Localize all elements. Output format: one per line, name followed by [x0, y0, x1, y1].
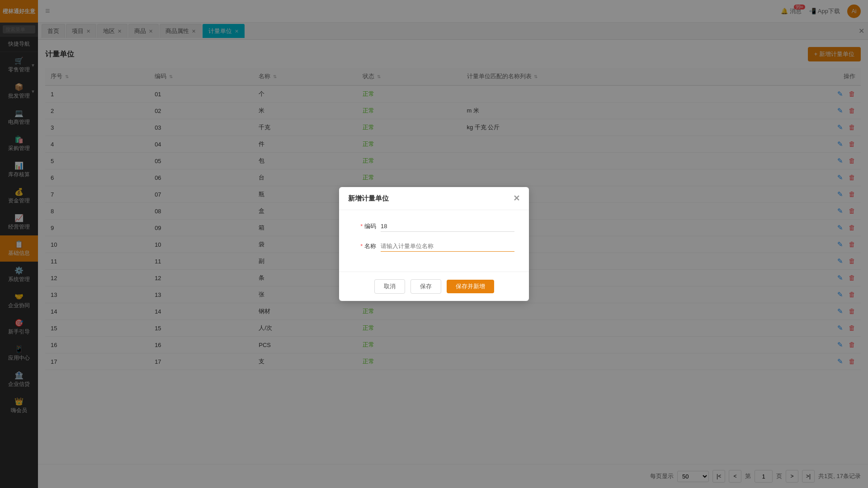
modal-body: * 编码 * 名称 [339, 210, 529, 272]
modal-footer: 取消 保存 保存并新增 [339, 272, 529, 301]
modal-header: 新增计量单位 ✕ [339, 187, 529, 210]
code-label: * 编码 [354, 222, 376, 230]
name-label: * 名称 [354, 242, 376, 250]
form-row-code: * 编码 [354, 221, 514, 232]
name-label-text: 名称 [364, 243, 376, 249]
form-row-name: * 名称 [354, 241, 514, 252]
modal-close-button[interactable]: ✕ [513, 193, 520, 203]
name-input[interactable] [381, 241, 514, 252]
save-and-new-button[interactable]: 保存并新增 [447, 280, 494, 293]
add-unit-modal: 新增计量单位 ✕ * 编码 * 名称 取消 保存 保存并新增 [339, 187, 529, 301]
save-button[interactable]: 保存 [410, 279, 441, 294]
modal-title: 新增计量单位 [348, 194, 389, 203]
code-input[interactable] [381, 221, 514, 232]
cancel-button[interactable]: 取消 [374, 279, 405, 294]
required-star: * [360, 223, 363, 230]
code-label-text: 编码 [364, 223, 376, 230]
required-star: * [360, 243, 363, 249]
modal-overlay: 新增计量单位 ✕ * 编码 * 名称 取消 保存 保存并新增 [0, 0, 868, 488]
